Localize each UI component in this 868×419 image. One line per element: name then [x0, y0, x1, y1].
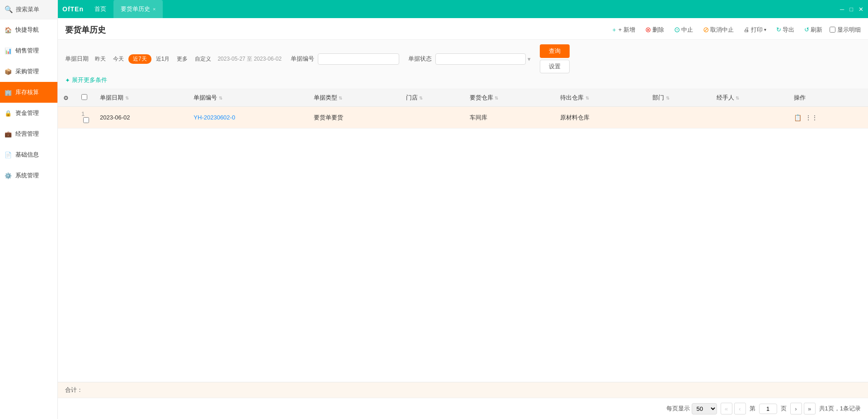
refresh-label: 刷新 [811, 26, 822, 34]
sidebar-label-shortcut: 快捷导航 [15, 26, 39, 34]
sidebar-item-shortcut[interactable]: 🏠 快捷导航 [0, 19, 57, 40]
th-store: 门店 ⇅ [401, 89, 464, 107]
th-doc-number-label: 单据编号 [193, 94, 217, 101]
sidebar-item-operations[interactable]: 💼 经营管理 [0, 124, 57, 144]
sort-icon-store[interactable]: ⇅ [419, 95, 423, 100]
date-btn-more[interactable]: 更多 [174, 54, 190, 64]
sort-icon-number[interactable]: ⇅ [219, 95, 222, 100]
sort-icon-date[interactable]: ⇅ [125, 95, 129, 100]
cell-department [647, 107, 711, 129]
sidebar-label-purchase: 采购管理 [15, 67, 39, 76]
refresh-icon: ↺ [804, 26, 809, 33]
cell-operation: 📋 ⋮⋮ [788, 107, 868, 129]
new-label: + 新增 [618, 26, 635, 34]
sidebar-search[interactable]: 🔍 搜索菜单 [0, 0, 57, 19]
status-input[interactable] [435, 53, 526, 65]
refresh-button[interactable]: ↺ 刷新 [802, 24, 825, 36]
prev-page-btn[interactable]: ‹ [734, 403, 746, 414]
filter-status-group: 单据状态 ▾ [408, 53, 531, 65]
stop-icon: ⊙ [674, 25, 680, 34]
display-toggle[interactable]: 显示明细 [830, 26, 861, 34]
sort-icon-handler[interactable]: ⇅ [736, 95, 739, 100]
filter-row: 单据日期 昨天 今天 近7天 近1月 更多 自定义 2023-05-27 至 2… [65, 44, 861, 73]
sort-icon-dept[interactable]: ⇅ [666, 95, 670, 100]
docnum-input[interactable] [318, 53, 399, 65]
sort-icon-req[interactable]: ⇅ [495, 95, 498, 100]
sidebar-item-purchase[interactable]: 📦 采购管理 [0, 61, 57, 82]
th-doc-date: 单据日期 ⇅ [94, 89, 188, 107]
sort-icon-pending[interactable]: ⇅ [585, 95, 589, 100]
th-check[interactable] [76, 89, 94, 107]
th-settings[interactable]: ⚙ [58, 89, 76, 107]
data-table: ⚙ 单据日期 ⇅ 单据编号 ⇅ 单据类型 ⇅ [58, 89, 868, 129]
delete-button[interactable]: ⊗ 删除 [642, 24, 667, 36]
cancel-stop-button[interactable]: ⊘ 取消中止 [700, 24, 736, 36]
op-edit-icon[interactable]: ⋮⋮ [805, 114, 818, 121]
box-icon: 📦 [5, 68, 12, 75]
date-btn-today[interactable]: 今天 [110, 54, 127, 64]
row-number: 1 [81, 110, 85, 117]
date-btn-7days[interactable]: 近7天 [128, 54, 151, 64]
display-label: 显示明细 [837, 26, 861, 34]
tab-home[interactable]: 首页 [87, 0, 113, 18]
per-page-select[interactable]: 50 100 200 [692, 403, 717, 414]
expand-more[interactable]: ✦ 展开更多条件 [65, 76, 861, 84]
delete-icon: ⊗ [645, 25, 651, 34]
display-checkbox[interactable] [830, 27, 835, 33]
th-department-label: 部门 [652, 94, 664, 101]
sidebar-item-basic[interactable]: 📄 基础信息 [0, 144, 57, 165]
date-filter-label: 单据日期 [65, 55, 89, 63]
export-button[interactable]: ↻ 导出 [774, 24, 797, 36]
page-input[interactable] [759, 404, 777, 414]
sidebar-item-finance[interactable]: 🔒 资金管理 [0, 103, 57, 124]
new-button[interactable]: ＋ + 新增 [609, 24, 638, 36]
cell-store [401, 107, 464, 129]
sidebar-item-inventory[interactable]: 🏢 库存核算 [0, 82, 57, 103]
doc-number-link[interactable]: YH-20230602-0 [193, 114, 235, 121]
cell-pending-warehouse: 原材料仓库 [555, 107, 647, 129]
sidebar-label-sales: 销售管理 [15, 47, 39, 55]
first-page-btn[interactable]: « [721, 403, 732, 414]
cell-doc-number[interactable]: YH-20230602-0 [188, 107, 308, 129]
select-all-checkbox[interactable] [81, 94, 87, 100]
next-page-btn[interactable]: › [790, 403, 802, 414]
home-icon: 🏠 [5, 26, 12, 33]
briefcase-icon: 💼 [5, 130, 12, 138]
th-req-warehouse-label: 要货仓库 [470, 94, 493, 101]
chevron-down-icon: ✦ [65, 77, 70, 84]
th-pending-warehouse: 待出仓库 ⇅ [555, 89, 647, 107]
settings-button[interactable]: 设置 [540, 60, 570, 73]
date-btn-1month[interactable]: 近1月 [153, 54, 173, 64]
tab-active[interactable]: 要货单历史 × [113, 0, 163, 18]
footer-label: 合计： [65, 386, 83, 394]
window-minimize[interactable]: ─ [840, 6, 844, 13]
print-button[interactable]: 🖨 打印 ▾ [741, 24, 769, 36]
sort-icon-type[interactable]: ⇅ [339, 95, 342, 100]
chart-icon: 📊 [5, 47, 12, 54]
th-operation-label: 操作 [794, 94, 806, 101]
cell-check[interactable]: 1 [76, 107, 94, 129]
page-label: 页 [781, 405, 787, 413]
sidebar-item-sales[interactable]: 📊 销售管理 [0, 40, 57, 61]
row-checkbox[interactable] [83, 117, 89, 123]
cell-doc-date: 2023-06-02 [94, 107, 188, 129]
window-maximize[interactable]: □ [849, 6, 853, 13]
op-view-icon[interactable]: 📋 [794, 114, 802, 121]
th-store-label: 门店 [406, 94, 418, 101]
window-close[interactable]: ✕ [859, 6, 863, 13]
query-button[interactable]: 查询 [540, 44, 570, 58]
sidebar-item-system[interactable]: ⚙️ 系统管理 [0, 165, 57, 186]
sidebar-label-finance: 资金管理 [15, 109, 39, 117]
th-doc-date-label: 单据日期 [100, 94, 123, 101]
total-info: 共1页，1条记录 [819, 405, 861, 413]
date-btn-yesterday[interactable]: 昨天 [92, 54, 108, 64]
last-page-btn[interactable]: » [804, 403, 816, 414]
th-pending-warehouse-label: 待出仓库 [560, 94, 584, 101]
page-header: 要货单历史 ＋ + 新增 ⊗ 删除 ⊙ 中止 ⊘ 取消中止 [58, 18, 868, 40]
th-req-warehouse: 要货仓库 ⇅ [464, 89, 555, 107]
stop-button[interactable]: ⊙ 中止 [671, 24, 696, 36]
th-handler-label: 经手人 [717, 94, 734, 101]
date-btn-custom[interactable]: 自定义 [192, 54, 214, 64]
tab-close-icon[interactable]: × [153, 6, 156, 12]
status-dropdown-icon[interactable]: ▾ [528, 56, 531, 62]
